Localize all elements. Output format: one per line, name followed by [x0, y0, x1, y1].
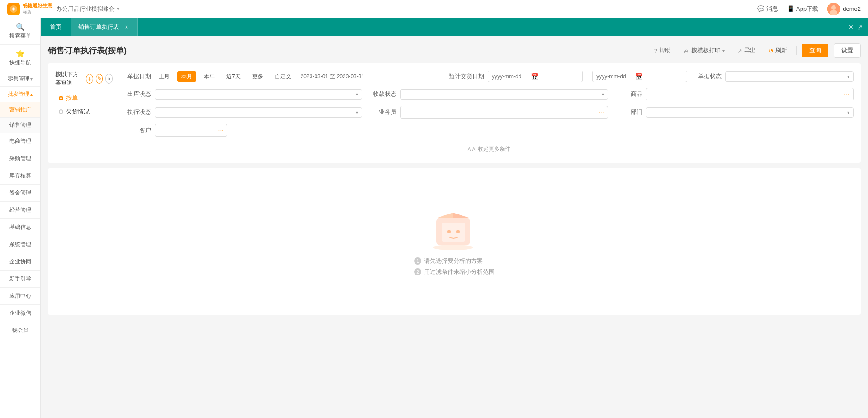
tab-expand-icon[interactable]: ⤢ — [857, 23, 863, 32]
tab-home[interactable]: 首页 — [41, 18, 71, 36]
dept-select[interactable]: ▾ — [646, 107, 854, 118]
customer-input[interactable]: ··· — [155, 124, 227, 137]
chevron-up-icon: ▴ — [30, 92, 33, 97]
sidebar-item-member[interactable]: 畅会员 — [0, 322, 40, 339]
sidebar-item-system[interactable]: 系统管理 — [0, 236, 40, 253]
sidebar-wholesale-sub: 营销推广 销售管理 — [0, 102, 40, 133]
edit-scheme-button[interactable]: ✎ — [96, 74, 103, 84]
chevron-down-icon: ▾ — [356, 92, 358, 97]
payment-status-field: 收款状态 ▾ — [369, 89, 608, 100]
customer-more-icon[interactable]: ··· — [218, 127, 224, 134]
date-more[interactable]: 更多 — [248, 71, 267, 82]
collapse-scheme-button[interactable]: « — [105, 74, 113, 84]
date-this-year[interactable]: 本年 — [200, 71, 219, 82]
exec-status-field: 执行状态 ▾ — [124, 107, 362, 118]
sidebar-item-inventory[interactable]: 库存核算 — [0, 167, 40, 185]
refresh-icon: ↺ — [769, 48, 774, 54]
date-field: 单据日期 上月 本月 本年 近7天 更多 自定义 2023-03-01 至 20… — [124, 71, 442, 82]
refresh-button[interactable]: ↺ 刷新 — [765, 45, 791, 57]
date-this-month[interactable]: 本月 — [177, 71, 196, 82]
sidebar-item-basic-info[interactable]: 基础信息 — [0, 219, 40, 236]
shipment-status-select[interactable]: ▾ — [155, 89, 362, 100]
empty-hint: 1 请先选择要分析的方案 2 用过滤条件来缩小分析范围 — [414, 257, 495, 279]
help-button[interactable]: ? 帮助 — [651, 45, 675, 57]
exec-status-select[interactable]: ▾ — [155, 107, 362, 118]
tab-sales-exec[interactable]: 销售订单执行表 × — [71, 18, 138, 36]
content-area: 首页 销售订单执行表 × × ⤢ 销售订单执行表(按单) — [41, 18, 868, 418]
tab-close-all-icon[interactable]: × — [849, 23, 853, 31]
filter-row-2: 出库状态 ▾ 收款状态 — [124, 88, 854, 100]
empty-hint-1: 1 请先选择要分析的方案 — [414, 257, 495, 265]
user-menu[interactable]: demo2 — [827, 3, 861, 15]
filter-row-1: 单据日期 上月 本月 本年 近7天 更多 自定义 2023-03-01 至 20… — [124, 71, 854, 82]
goods-more-icon[interactable]: ··· — [844, 90, 849, 98]
expected-date-field: 预计交货日期 📅 — — [449, 71, 687, 82]
date-separator: — — [585, 73, 590, 80]
scheme-radio-active — [59, 96, 63, 100]
expected-date-end[interactable]: 📅 — [592, 71, 687, 82]
empty-icon — [427, 204, 481, 250]
export-button[interactable]: ↗ 导出 — [734, 45, 760, 57]
scheme-item-debt[interactable]: 欠货情况 — [55, 105, 113, 119]
sidebar-item-retail[interactable]: 零售管理 ▾ — [0, 71, 40, 87]
date-range-display: 2023-03-01 至 2023-03-31 — [301, 73, 364, 81]
settings-button[interactable]: 设置 — [834, 43, 861, 58]
sidebar-item-finance[interactable]: 资金管理 — [0, 185, 40, 202]
sidebar-item-purchase[interactable]: 采购管理 — [0, 150, 40, 167]
date-end-input[interactable] — [596, 73, 632, 80]
message-button[interactable]: 💬 消息 — [757, 5, 778, 13]
date-custom[interactable]: 自定义 — [271, 71, 295, 82]
page-content: 销售订单执行表(按单) ? 帮助 🖨 按模板打印 ▾ ↗ — [41, 36, 868, 418]
sidebar-item-wholesale[interactable]: 批发管理 ▴ — [0, 87, 40, 102]
filter-body: 按以下方案查询 + ✎ « 按单 — [55, 71, 854, 156]
doc-status-select[interactable]: ▾ — [725, 71, 854, 82]
payment-status-select[interactable]: ▾ — [400, 89, 608, 100]
expected-date-start[interactable]: 📅 — [488, 71, 583, 82]
print-button[interactable]: 🖨 按模板打印 ▾ — [680, 45, 728, 57]
date-last-7days[interactable]: 近7天 — [222, 71, 245, 82]
collapse-icon: ∧∧ — [467, 146, 476, 152]
expected-date-control: 📅 — 📅 — [488, 71, 687, 82]
doc-status-field: 单据状态 ▾ — [694, 71, 854, 82]
date-start-input[interactable] — [492, 73, 528, 80]
dept-field: 部门 ▾ — [615, 107, 854, 118]
star-icon: ⭐ — [2, 49, 38, 58]
logo-area: 畅捷通好生意 标版 — [7, 2, 52, 15]
salesman-more-icon[interactable]: ··· — [599, 109, 604, 116]
add-scheme-button[interactable]: + — [86, 74, 93, 84]
goods-field: 商品 ··· — [615, 88, 854, 100]
sidebar-item-enterprise[interactable]: 企业协同 — [0, 253, 40, 271]
sidebar-item-search[interactable]: 🔍 搜索菜单 — [0, 18, 40, 45]
sidebar-item-ecommerce[interactable]: 电商管理 — [0, 133, 40, 150]
sidebar-sub-item-marketing[interactable]: 营销推广 — [0, 102, 40, 118]
page-actions: ? 帮助 🖨 按模板打印 ▾ ↗ 导出 ↺ — [651, 43, 861, 58]
logo-text: 畅捷通好生意 标版 — [23, 2, 52, 15]
header-right: 💬 消息 📱 App下载 demo2 — [757, 3, 861, 15]
query-button[interactable]: 查询 — [802, 44, 828, 57]
chevron-down-icon: ▾ — [356, 110, 358, 115]
filter-fields: 单据日期 上月 本月 本年 近7天 更多 自定义 2023-03-01 至 20… — [124, 71, 854, 156]
salesman-input[interactable]: ··· — [400, 106, 608, 119]
sidebar-item-operations[interactable]: 经营管理 — [0, 202, 40, 219]
shipment-status-field: 出库状态 ▾ — [124, 89, 362, 100]
app-download-button[interactable]: 📱 App下载 — [787, 5, 818, 13]
date-last-month[interactable]: 上月 — [155, 71, 174, 82]
header-left: 畅捷通好生意 标版 办公用品行业模拟账套 ▾ — [7, 2, 120, 15]
sidebar-item-quick-nav[interactable]: ⭐ 快捷导航 — [0, 45, 40, 71]
calendar-start-icon[interactable]: 📅 — [531, 73, 538, 80]
scheme-item-order[interactable]: 按单 — [55, 91, 113, 105]
top-header: 畅捷通好生意 标版 办公用品行业模拟账套 ▾ 💬 消息 📱 App下载 — [0, 0, 868, 18]
print-icon: 🖨 — [684, 48, 689, 54]
breadcrumb: 办公用品行业模拟账套 ▾ — [56, 5, 120, 13]
filter-row-3: 执行状态 ▾ 业务员 ··· — [124, 106, 854, 119]
sidebar-item-wechat[interactable]: 企业微信 — [0, 305, 40, 322]
empty-hint-2: 2 用过滤条件来缩小分析范围 — [414, 268, 495, 276]
sidebar-item-newbie[interactable]: 新手引导 — [0, 271, 40, 288]
calendar-end-icon[interactable]: 📅 — [635, 73, 643, 80]
tab-close-button[interactable]: × — [123, 24, 130, 31]
divider — [796, 46, 797, 55]
collapse-bar[interactable]: ∧∧ 收起更多条件 — [124, 142, 854, 156]
goods-input[interactable]: ··· — [646, 88, 854, 100]
sidebar-item-app-center[interactable]: 应用中心 — [0, 288, 40, 305]
sidebar-sub-item-sales[interactable]: 销售管理 — [0, 118, 40, 133]
